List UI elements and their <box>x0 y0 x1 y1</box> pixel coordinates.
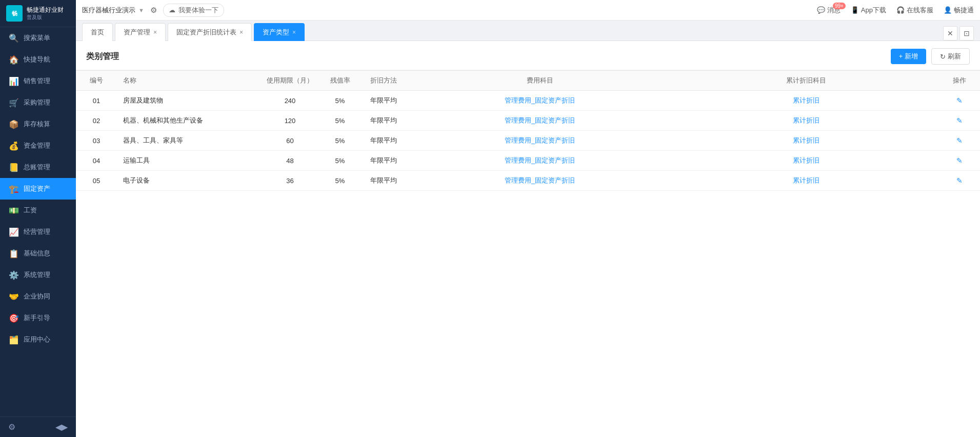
cell-period-4: 36 <box>261 171 319 191</box>
app-center-icon: 🗂️ <box>9 335 18 344</box>
service-icon: 🎧 <box>896 6 905 14</box>
sidebar-label-fixed-assets: 固定资产 <box>24 184 50 193</box>
table-row: 02 机器、机械和其他生产设备 120 5% 年限平均 管理费用_固定资产折旧 … <box>76 111 980 131</box>
base-info-icon: 📋 <box>9 249 18 258</box>
cell-code-2: 03 <box>76 131 117 151</box>
edit-button-2[interactable]: ✎ <box>956 136 963 145</box>
refresh-button[interactable]: ↻ 刷新 <box>931 48 970 65</box>
edit-button-4[interactable]: ✎ <box>956 176 963 185</box>
page-actions: + 新增 ↻ 刷新 <box>891 48 970 65</box>
expense-link-0[interactable]: 管理费用_固定资产折旧 <box>505 96 575 104</box>
expense-link-3[interactable]: 管理费用_固定资产折旧 <box>505 156 575 164</box>
accum-link-3[interactable]: 累计折旧 <box>793 156 819 164</box>
cell-method-0: 年限平均 <box>361 91 407 111</box>
col-header-period: 使用期限（月） <box>261 71 319 91</box>
cell-code-4: 05 <box>76 171 117 191</box>
sidebar-item-enterprise[interactable]: 🤝 企业协同 <box>0 286 76 307</box>
tab-depreciation-close[interactable]: × <box>239 29 243 36</box>
accum-link-4[interactable]: 累计折旧 <box>793 176 819 184</box>
tab-home[interactable]: 首页 <box>82 23 113 41</box>
module-selector[interactable]: 医疗器械行业演示 ▼ <box>82 6 144 15</box>
online-service-button[interactable]: 🎧 在线客服 <box>896 6 933 15</box>
sidebar-item-app-center[interactable]: 🗂️ 应用中心 <box>0 329 76 350</box>
cell-method-4: 年限平均 <box>361 171 407 191</box>
user-menu[interactable]: 👤 畅捷通 <box>944 6 974 15</box>
notification-button[interactable]: 💬 消息 99+ <box>817 6 841 15</box>
expense-link-1[interactable]: 管理费用_固定资产折旧 <box>505 116 575 124</box>
edit-button-1[interactable]: ✎ <box>956 116 963 125</box>
sys-mgmt-icon: ⚙️ <box>9 270 18 280</box>
expense-link-2[interactable]: 管理费用_固定资产折旧 <box>505 136 575 144</box>
sidebar-item-sys-mgmt[interactable]: ⚙️ 系统管理 <box>0 264 76 286</box>
page-title: 类别管理 <box>86 51 119 62</box>
edit-button-0[interactable]: ✎ <box>956 96 963 105</box>
search-icon: 🔍 <box>9 33 18 43</box>
table-row: 03 器具、工具、家具等 60 5% 年限平均 管理费用_固定资产折旧 累计折旧… <box>76 131 980 151</box>
col-header-accum: 累计折旧科目 <box>673 71 939 91</box>
expense-link-4[interactable]: 管理费用_固定资产折旧 <box>505 176 575 184</box>
sidebar-item-inventory[interactable]: 📦 库存核算 <box>0 113 76 135</box>
cell-code-3: 04 <box>76 151 117 171</box>
tab-depreciation-table[interactable]: 固定资产折旧统计表 × <box>168 23 252 41</box>
sidebar-item-capital[interactable]: 💰 资金管理 <box>0 135 76 156</box>
cell-ops-3: ✎ <box>939 151 980 171</box>
close-window-button[interactable]: ✕ <box>943 26 957 41</box>
tab-asset-type-close[interactable]: × <box>292 29 296 36</box>
cell-name-3: 运输工具 <box>117 151 261 171</box>
col-header-code: 编号 <box>76 71 117 91</box>
tab-depreciation-label: 固定资产折旧统计表 <box>176 28 236 37</box>
table-header-row: 编号 名称 使用期限（月） 残值率 折旧方法 费用科目 累计折旧科目 操作 <box>76 71 980 91</box>
tab-asset-management-close[interactable]: × <box>153 29 157 36</box>
cell-residual-4: 5% <box>319 171 361 191</box>
col-header-residual: 残值率 <box>319 71 361 91</box>
accum-link-2[interactable]: 累计折旧 <box>793 136 819 144</box>
sidebar-label-sales: 销售管理 <box>24 76 50 86</box>
cell-name-2: 器具、工具、家具等 <box>117 131 261 151</box>
cell-expense-1: 管理费用_固定资产折旧 <box>407 111 673 131</box>
sidebar-item-payroll[interactable]: 💵 工资 <box>0 200 76 221</box>
sidebar-label-purchase: 采购管理 <box>24 98 50 107</box>
module-label: 医疗器械行业演示 <box>82 6 135 15</box>
accum-link-1[interactable]: 累计折旧 <box>793 116 819 124</box>
quick-nav-icon: 🏠 <box>9 55 18 64</box>
edit-button-3[interactable]: ✎ <box>956 156 963 165</box>
sidebar-item-ops-mgmt[interactable]: 📈 经营管理 <box>0 221 76 243</box>
app-download-button[interactable]: 📱 App下载 <box>851 6 886 15</box>
maximize-window-button[interactable]: ⊡ <box>959 26 974 41</box>
cell-expense-0: 管理费用_固定资产折旧 <box>407 91 673 111</box>
sidebar-item-guide[interactable]: 🎯 新手引导 <box>0 307 76 329</box>
sidebar-item-sales[interactable]: 📊 销售管理 <box>0 70 76 92</box>
sidebar-label-enterprise: 企业协同 <box>24 292 50 301</box>
sidebar-item-ledger[interactable]: 📒 总账管理 <box>0 156 76 178</box>
col-header-ops: 操作 <box>939 71 980 91</box>
sidebar-item-search[interactable]: 🔍 搜索菜单 <box>0 27 76 49</box>
accum-link-0[interactable]: 累计折旧 <box>793 96 819 104</box>
settings-icon[interactable]: ⚙ <box>8 422 15 432</box>
sidebar-item-base-info[interactable]: 📋 基础信息 <box>0 243 76 264</box>
sidebar-label-base-info: 基础信息 <box>24 249 50 258</box>
table-row: 05 电子设备 36 5% 年限平均 管理费用_固定资产折旧 累计折旧 ✎ <box>76 171 980 191</box>
sidebar-label-guide: 新手引导 <box>24 313 50 323</box>
cell-residual-3: 5% <box>319 151 361 171</box>
sidebar-label-quick-nav: 快捷导航 <box>24 55 50 64</box>
sidebar-item-fixed-assets[interactable]: 🏗️ 固定资产 <box>0 178 76 200</box>
sidebar-label-ops-mgmt: 经营管理 <box>24 227 50 236</box>
sidebar: 畅 畅捷通好业财 普及版 🔍 搜索菜单 🏠 快捷导航 📊 销售管理 🛒 采购管理… <box>0 0 76 437</box>
settings-button[interactable]: ⚙ <box>150 6 157 15</box>
cell-method-2: 年限平均 <box>361 131 407 151</box>
download-icon: 📱 <box>851 6 859 14</box>
enterprise-icon: 🤝 <box>9 292 18 301</box>
sidebar-item-quick-nav[interactable]: 🏠 快捷导航 <box>0 49 76 70</box>
module-arrow-icon: ▼ <box>138 7 144 13</box>
content-area: 编号 名称 使用期限（月） 残值率 折旧方法 费用科目 累计折旧科目 操作 01… <box>76 70 980 437</box>
sales-icon: 📊 <box>9 76 18 86</box>
tab-asset-management[interactable]: 资产管理 × <box>115 23 166 41</box>
tab-asset-type[interactable]: 资产类型 × <box>254 23 305 41</box>
experience-button[interactable]: ☁ 我要体验一下 <box>163 4 224 17</box>
sidebar-item-purchase[interactable]: 🛒 采购管理 <box>0 92 76 113</box>
capital-icon: 💰 <box>9 141 18 150</box>
add-button[interactable]: + 新增 <box>891 49 926 64</box>
sidebar-bottom: ⚙ ◀▶ <box>0 416 76 437</box>
collapse-icon[interactable]: ◀▶ <box>55 422 68 432</box>
cell-accum-2: 累计折旧 <box>673 131 939 151</box>
